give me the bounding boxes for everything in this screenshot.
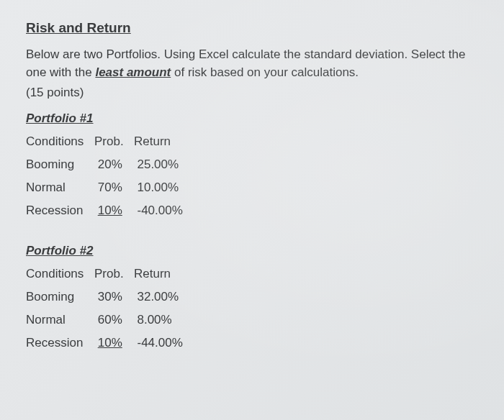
cell-prob: 30% xyxy=(98,290,134,304)
table-row: Normal 60% 8.00% xyxy=(26,313,478,327)
cell-prob: 10% xyxy=(98,204,134,218)
cell-prob: 20% xyxy=(98,158,134,172)
cell-return: -40.00% xyxy=(137,204,182,218)
section-title: Risk and Return xyxy=(26,20,478,36)
cell-return: 10.00% xyxy=(137,181,179,195)
portfolio1-headers: ConditionsProb.Return xyxy=(26,134,478,149)
table-row: Normal 70% 10.00% xyxy=(26,181,478,195)
table-row: Recession 10% -40.00% xyxy=(26,204,478,218)
cell-condition: Booming xyxy=(26,290,94,304)
header-conditions: Conditions xyxy=(26,267,94,281)
portfolio2-title: Portfolio #2 xyxy=(26,244,478,258)
cell-return: 32.00% xyxy=(137,290,179,304)
cell-condition: Booming xyxy=(26,158,94,172)
header-return: Return xyxy=(134,267,171,281)
cell-return: -44.00% xyxy=(137,336,182,350)
cell-prob: 70% xyxy=(98,181,134,195)
table-row: Recession 10% -44.00% xyxy=(26,336,478,350)
instructions-text: Below are two Portfolios. Using Excel ca… xyxy=(26,46,478,81)
header-prob: Prob. xyxy=(94,134,134,149)
table-row: Booming 20% 25.00% xyxy=(26,158,478,172)
instructions-emphasis: least amount xyxy=(95,65,171,79)
portfolio2-headers: ConditionsProb.Return xyxy=(26,267,478,281)
points-text: (15 points) xyxy=(26,86,478,100)
cell-condition: Normal xyxy=(26,181,94,195)
cell-return: 8.00% xyxy=(137,313,171,327)
portfolio1-title: Portfolio #1 xyxy=(26,111,478,126)
cell-condition: Recession xyxy=(26,336,94,350)
cell-prob: 60% xyxy=(98,313,134,327)
header-prob: Prob. xyxy=(94,267,134,281)
cell-condition: Recession xyxy=(26,204,94,218)
cell-condition: Normal xyxy=(26,313,94,327)
header-return: Return xyxy=(134,134,171,149)
instructions-part2: of risk based on your calculations. xyxy=(171,65,359,79)
cell-prob: 10% xyxy=(98,336,134,350)
header-conditions: Conditions xyxy=(26,134,94,149)
table-row: Booming 30% 32.00% xyxy=(26,290,478,304)
cell-return: 25.00% xyxy=(137,158,179,172)
